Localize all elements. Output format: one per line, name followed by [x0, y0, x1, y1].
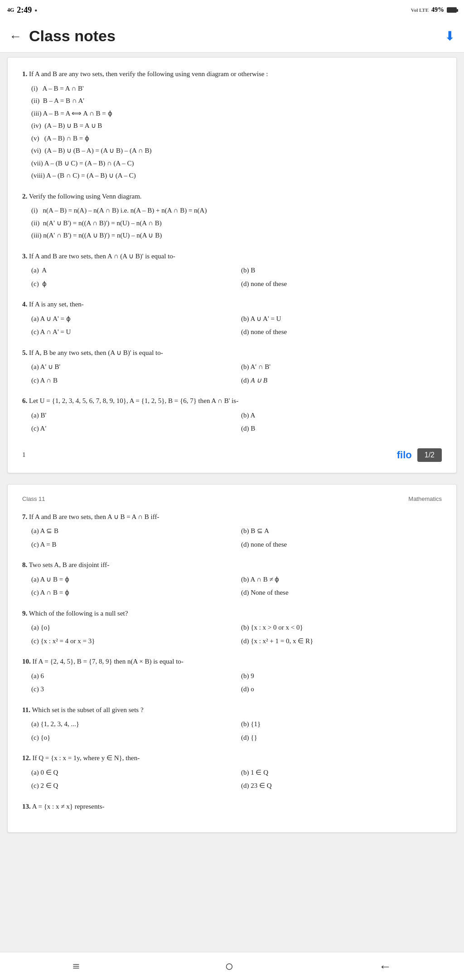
- header-left: ← Class notes: [9, 27, 116, 45]
- download-button[interactable]: ⬇: [445, 29, 455, 44]
- q1-vi: (vi) (A – B) ∪ (B – A) = (A ∪ B) – (A ∩ …: [31, 145, 442, 157]
- q3-options: (a) A (b) B (c) ϕ (d) none of these: [31, 265, 442, 290]
- page2-header: Class 11 Mathematics: [22, 495, 442, 502]
- q10-opt-d: (d) o: [241, 684, 442, 695]
- question-4: 4. If A is any set, then- (a) A ∪ A' = ϕ…: [22, 299, 442, 338]
- page-number: 1: [22, 451, 26, 459]
- question-2: 2. Verify the following using Venn diagr…: [22, 191, 442, 242]
- question-3: 3. If A and B are two sets, then A ∩ (A …: [22, 251, 442, 290]
- q2-sub-items: (i) n(A – B) = n(A) – n(A ∩ B) i.e. n(A …: [31, 205, 442, 242]
- q1-viii: (viii) A – (B ∩ C) = (A – B) ∪ (A – C): [31, 170, 442, 182]
- nav-bar: ≡ ○ ←: [0, 952, 464, 980]
- q4-opt-d: (d) none of these: [241, 326, 442, 338]
- subject-label: Mathematics: [408, 495, 442, 502]
- q9-header: 9. Which of the following is a null set?: [22, 608, 442, 620]
- page-indicator: 1/2: [417, 448, 442, 462]
- q5-opt-c: (c) A ∩ B: [31, 375, 232, 387]
- question-1: 1. If A and B are any two sets, then ver…: [22, 68, 442, 182]
- question-6: 6. Let U = {1, 2, 3, 4, 5, 6, 7, 8, 9, 1…: [22, 395, 442, 435]
- q1-ii: (ii) B – A = B ∩ A': [31, 95, 442, 107]
- q1-header: 1. If A and B are any two sets, then ver…: [22, 68, 442, 80]
- status-bar: 4G 2:49 ● Vol LTE 49%: [0, 0, 464, 20]
- home-button[interactable]: ○: [225, 958, 233, 975]
- filo-logo: filo: [397, 449, 412, 461]
- q4-options: (a) A ∪ A' = ϕ (b) A ∪ A' = U (c) A ∩ A'…: [31, 313, 442, 338]
- q1-iv: (iv) (A – B) ∪ B = A ∪ B: [31, 120, 442, 132]
- menu-button[interactable]: ≡: [72, 959, 80, 974]
- question-13: 13. A = {x : x ≠ x} represents-: [22, 801, 442, 813]
- question-9: 9. Which of the following is a null set?…: [22, 608, 442, 647]
- page-title: Class notes: [29, 27, 116, 45]
- q11-header: 11. Which set is the subset of all given…: [22, 704, 442, 716]
- q12-options: (a) 0 ∈ Q (b) 1 ∈ Q (c) 2 ∈ Q (d) 23 ∈ Q: [31, 767, 442, 792]
- q9-opt-a: (a) {o}: [31, 622, 232, 634]
- q4-header: 4. If A is any set, then-: [22, 299, 442, 310]
- q4-opt-b: (b) A ∪ A' = U: [241, 313, 442, 325]
- q5-options: (a) A' ∪ B' (b) A' ∩ B' (c) A ∩ B (d) A …: [31, 361, 442, 386]
- q3-opt-d: (d) none of these: [241, 278, 442, 290]
- q8-options: (a) A ∪ B = ϕ (b) A ∩ B ≠ ϕ (c) A ∩ B = …: [31, 574, 442, 599]
- status-right: Vol LTE 49%: [411, 6, 457, 14]
- status-left: 4G 2:49 ●: [7, 5, 37, 15]
- time-display: 2:49: [17, 5, 32, 15]
- q6-options: (a) B' (b) A (c) A' (d) B: [31, 410, 442, 435]
- q11-opt-a: (a) {1, 2, 3, 4, ...}: [31, 718, 232, 730]
- q4-opt-a: (a) A ∪ A' = ϕ: [31, 313, 232, 325]
- question-8: 8. Two sets A, B are disjoint iff- (a) A…: [22, 559, 442, 599]
- q7-opt-a: (a) A ⊆ B: [31, 525, 232, 537]
- page1-footer: 1 filo 1/2: [22, 448, 442, 462]
- q9-options: (a) {o} (b) {x : x > 0 or x < 0} (c) {x …: [31, 622, 442, 647]
- page1-content: 1. If A and B are any two sets, then ver…: [22, 68, 442, 435]
- nav-back-button[interactable]: ←: [379, 959, 392, 974]
- q12-opt-a: (a) 0 ∈ Q: [31, 767, 232, 779]
- active-dot: ●: [34, 8, 37, 13]
- q1-vii: (vii) A – (B ∪ C) = (A – B) ∩ (A – C): [31, 158, 442, 170]
- q10-opt-a: (a) 6: [31, 670, 232, 682]
- q11-opt-c: (c) {o}: [31, 732, 232, 744]
- q1-iii: (iii) A – B = A ⟺ A ∩ B = ϕ: [31, 108, 442, 120]
- page-card-1: 1. If A and B are any two sets, then ver…: [7, 57, 457, 473]
- q6-opt-c: (c) A': [31, 423, 232, 435]
- content-area: 1. If A and B are any two sets, then ver…: [0, 53, 464, 844]
- q10-opt-c: (c) 3: [31, 684, 232, 695]
- q6-header: 6. Let U = {1, 2, 3, 4, 5, 6, 7, 8, 9, 1…: [22, 395, 442, 407]
- q11-opt-b: (b) {1}: [241, 718, 442, 730]
- q2-header: 2. Verify the following using Venn diagr…: [22, 191, 442, 203]
- q5-opt-d: (d) A ∪ B: [241, 375, 442, 387]
- signal-icon: 4G: [7, 7, 14, 14]
- q2-iii: (iii) n(A' ∩ B') = n((A ∪ B)') = n(U) – …: [31, 230, 442, 242]
- back-button[interactable]: ←: [9, 30, 22, 43]
- question-11: 11. Which set is the subset of all given…: [22, 704, 442, 744]
- q8-opt-b: (b) A ∩ B ≠ ϕ: [241, 574, 442, 586]
- q1-v: (v) (A – B) ∩ B = ϕ: [31, 133, 442, 145]
- q1-sub-items: (i) A – B = A ∩ B' (ii) B – A = B ∩ A' (…: [31, 83, 442, 182]
- question-7: 7. If A and B are two sets, then A ∪ B =…: [22, 511, 442, 551]
- battery-icon: [447, 7, 457, 13]
- q7-opt-d: (d) none of these: [241, 539, 442, 551]
- battery-pct: 49%: [431, 6, 444, 14]
- q3-opt-c: (c) ϕ: [31, 278, 232, 290]
- page2-content: 7. If A and B are two sets, then A ∪ B =…: [22, 511, 442, 813]
- question-10: 10. If A = {2, 4, 5}, B = {7, 8, 9} then…: [22, 656, 442, 695]
- q13-header: 13. A = {x : x ≠ x} represents-: [22, 801, 442, 813]
- q8-opt-c: (c) A ∩ B = ϕ: [31, 587, 232, 599]
- q7-header: 7. If A and B are two sets, then A ∪ B =…: [22, 511, 442, 523]
- q10-opt-b: (b) 9: [241, 670, 442, 682]
- q7-opt-b: (b) B ⊆ A: [241, 525, 442, 537]
- q6-opt-b: (b) A: [241, 410, 442, 422]
- q2-ii: (ii) n(A' ∪ B') = n((A ∩ B)') = n(U) – n…: [31, 218, 442, 229]
- q4-opt-c: (c) A ∩ A' = U: [31, 326, 232, 338]
- q5-opt-b: (b) A' ∩ B': [241, 361, 442, 373]
- q9-opt-b: (b) {x : x > 0 or x < 0}: [241, 622, 442, 634]
- q1-i: (i) A – B = A ∩ B': [31, 83, 442, 95]
- q6-opt-a: (a) B': [31, 410, 232, 422]
- app-header: ← Class notes ⬇: [0, 20, 464, 53]
- q9-opt-c: (c) {x : x² = 4 or x = 3}: [31, 636, 232, 647]
- q3-opt-a: (a) A: [31, 265, 232, 277]
- q5-opt-a: (a) A' ∪ B': [31, 361, 232, 373]
- class-label: Class 11: [22, 495, 45, 502]
- q8-opt-a: (a) A ∪ B = ϕ: [31, 574, 232, 586]
- q12-opt-d: (d) 23 ∈ Q: [241, 780, 442, 792]
- q8-opt-d: (d) None of these: [241, 587, 442, 599]
- lte-icon: Vol LTE: [411, 7, 429, 13]
